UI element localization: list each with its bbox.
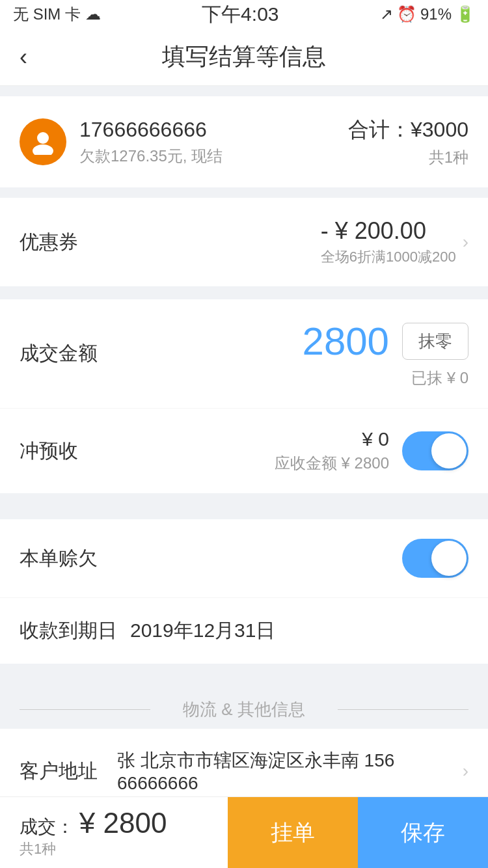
battery-icon: 🔋 <box>455 5 475 23</box>
toggle-knob <box>431 433 467 468</box>
amount-label: 成交金额 <box>20 340 98 367</box>
section-gap-2 <box>0 493 488 506</box>
section-gap-1 <box>0 286 488 299</box>
save-button[interactable]: 保存 <box>358 797 488 868</box>
coupon-info: - ¥ 200.00 全场6折满1000减200 <box>321 217 456 267</box>
divider-section: 物流 & 其他信息 <box>0 690 488 729</box>
duedate-row: 收款到期日 2019年12月31日 <box>0 597 488 664</box>
address-value: 张 北京市市辖区海淀区永丰南 156 66666666 <box>117 748 463 794</box>
prepay-right: ¥ 0 应收金额 ¥ 2800 <box>275 428 468 474</box>
section-gap-3 <box>0 664 488 677</box>
divider-line-left <box>20 709 150 710</box>
prepay-label: 冲预收 <box>20 438 78 465</box>
deal-label: 成交： <box>20 817 74 837</box>
coupon-right: - ¥ 200.00 全场6折满1000减200 › <box>321 217 468 267</box>
status-time: 下午4:03 <box>202 1 278 28</box>
debt-toggle[interactable] <box>402 539 468 578</box>
divider-text: 物流 & 其他信息 <box>183 698 305 721</box>
status-bar: 无 SIM 卡 ☁ 下午4:03 ↗ ⏰ 91% 🔋 <box>0 0 488 29</box>
round-button[interactable]: 抹零 <box>402 323 468 360</box>
deal-amount: ¥ 2800 <box>79 807 167 839</box>
divider-line-right <box>338 709 468 710</box>
bottom-count: 共1种 <box>20 839 208 859</box>
alarm-icon: ⏰ <box>397 5 416 23</box>
total-amount: 合计：¥3000 <box>348 116 468 144</box>
amount-right-group: 2800 抹零 已抹 ¥ 0 <box>303 319 468 388</box>
status-left: 无 SIM 卡 ☁ <box>13 4 101 25</box>
debt-row: 本单赊欠 <box>0 519 488 597</box>
nav-bar: ‹ 填写结算等信息 <box>0 29 488 86</box>
customer-info-left: 17666666666 欠款1276.35元, 现结 <box>20 118 223 167</box>
battery-level: 91% <box>420 5 452 23</box>
duedate-label: 收款到期日 <box>20 617 117 644</box>
amount-row: 成交金额 2800 抹零 已抹 ¥ 0 <box>0 299 488 408</box>
back-button[interactable]: ‹ <box>20 44 59 71</box>
prepay-amount: ¥ 0 <box>275 428 389 450</box>
total-count: 共1种 <box>348 147 468 168</box>
debt-toggle-knob <box>431 541 467 576</box>
customer-sub: 欠款1276.35元, 现结 <box>79 146 223 167</box>
hang-order-button[interactable]: 挂单 <box>228 797 358 868</box>
customer-details: 17666666666 欠款1276.35元, 现结 <box>79 118 223 167</box>
amount-value: 2800 <box>303 319 389 364</box>
bottom-bar: 成交： ¥ 2800 共1种 挂单 保存 <box>0 796 488 868</box>
sim-status: 无 SIM 卡 ☁ <box>13 4 101 25</box>
prepay-values: ¥ 0 应收金额 ¥ 2800 <box>275 428 389 474</box>
customer-card: 17666666666 欠款1276.35元, 现结 合计：¥3000 共1种 <box>0 96 488 187</box>
bottom-summary: 成交： ¥ 2800 共1种 <box>0 807 228 859</box>
address-label: 客户地址 <box>20 758 98 785</box>
chevron-right-icon: › <box>463 232 468 252</box>
coupon-row[interactable]: 优惠券 - ¥ 200.00 全场6折满1000减200 › <box>0 198 488 286</box>
address-chevron-icon: › <box>463 761 468 781</box>
coupon-desc: 全场6折满1000减200 <box>321 247 456 267</box>
bottom-deal-line: 成交： ¥ 2800 <box>20 807 208 839</box>
debt-label: 本单赊欠 <box>20 545 98 572</box>
duedate-value: 2019年12月31日 <box>130 617 275 644</box>
coupon-label: 优惠券 <box>20 229 78 256</box>
customer-name: 17666666666 <box>79 118 223 142</box>
customer-info-right: 合计：¥3000 共1种 <box>348 116 468 168</box>
status-right: ↗ ⏰ 91% 🔋 <box>380 5 475 23</box>
avatar <box>20 118 66 165</box>
svg-point-1 <box>33 144 53 155</box>
prepay-sub: 应收金额 ¥ 2800 <box>275 453 389 474</box>
amount-sub: 已抹 ¥ 0 <box>303 368 468 388</box>
svg-point-0 <box>37 132 49 144</box>
location-icon: ↗ <box>380 5 393 23</box>
page-title: 填写结算等信息 <box>59 41 429 73</box>
transaction-section: 成交金额 2800 抹零 已抹 ¥ 0 冲预收 ¥ 0 应收金额 ¥ 2800 <box>0 299 488 493</box>
prepay-toggle[interactable] <box>402 431 468 470</box>
coupon-amount: - ¥ 200.00 <box>321 217 456 245</box>
prepay-row: 冲预收 ¥ 0 应收金额 ¥ 2800 <box>0 408 488 493</box>
